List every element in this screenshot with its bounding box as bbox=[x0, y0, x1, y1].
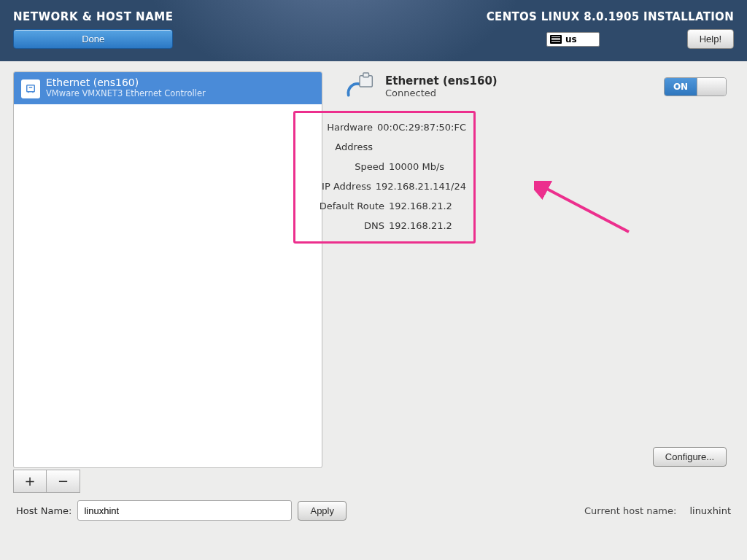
interface-list-item[interactable]: Ethernet (ens160) VMware VMXNET3 Etherne… bbox=[14, 72, 322, 104]
info-row-ip: IP Address 192.168.21.141/24 bbox=[303, 176, 466, 196]
interface-item-name: Ethernet (ens160) bbox=[46, 77, 206, 88]
info-row-route: Default Route 192.168.21.2 bbox=[303, 196, 466, 216]
apply-hostname-button[interactable]: Apply bbox=[298, 501, 347, 521]
interface-list-panel: Ethernet (ens160) VMware VMXNET3 Etherne… bbox=[13, 71, 322, 493]
interface-item-desc: VMware VMXNET3 Ethernet Controller bbox=[46, 88, 206, 98]
interface-on-off-toggle[interactable]: ON bbox=[664, 77, 727, 96]
annotation-arrow-icon bbox=[534, 181, 643, 246]
current-hostname-label: Current host name: bbox=[584, 505, 676, 516]
keyboard-icon bbox=[550, 35, 562, 44]
toggle-on-label: ON bbox=[665, 78, 697, 96]
keyboard-layout-label: us bbox=[565, 34, 577, 44]
toggle-knob bbox=[697, 78, 727, 96]
configure-button[interactable]: Configure... bbox=[653, 447, 727, 467]
keyboard-layout-indicator[interactable]: us bbox=[546, 32, 600, 47]
svg-line-3 bbox=[543, 187, 629, 232]
interface-listbox[interactable]: Ethernet (ens160) VMware VMXNET3 Etherne… bbox=[13, 71, 322, 468]
current-hostname-value: linuxhint bbox=[689, 505, 731, 516]
info-row-speed: Speed 10000 Mb/s bbox=[303, 157, 466, 176]
install-title: CENTOS LINUX 8.0.1905 INSTALLATION bbox=[487, 10, 734, 23]
info-row-dns: DNS 192.168.21.2 bbox=[303, 216, 466, 236]
help-button[interactable]: Help! bbox=[687, 29, 734, 49]
hostname-footer: Host Name: Apply Current host name: linu… bbox=[0, 493, 747, 521]
remove-interface-button[interactable]: − bbox=[47, 470, 80, 493]
hostname-input[interactable] bbox=[77, 500, 292, 521]
top-bar: NETWORK & HOST NAME Done CENTOS LINUX 8.… bbox=[0, 0, 747, 61]
ethernet-icon bbox=[21, 79, 40, 98]
svg-rect-2 bbox=[363, 73, 369, 77]
add-interface-button[interactable]: + bbox=[13, 470, 47, 493]
interface-info-box: Hardware Address 00:0C:29:87:50:FC Speed… bbox=[293, 111, 476, 244]
interface-details-panel: Ethernet (ens160) Connected ON Hardware … bbox=[344, 71, 734, 493]
page-title: NETWORK & HOST NAME bbox=[13, 10, 173, 23]
detail-iface-name: Ethernet (ens160) bbox=[385, 74, 498, 88]
info-row-hwaddr: Hardware Address 00:0C:29:87:50:FC bbox=[303, 117, 466, 157]
svg-rect-0 bbox=[27, 85, 35, 92]
detail-iface-status: Connected bbox=[385, 88, 498, 98]
ethernet-plug-icon bbox=[344, 71, 378, 101]
done-button[interactable]: Done bbox=[13, 29, 173, 49]
content-area: Ethernet (ens160) VMware VMXNET3 Etherne… bbox=[0, 61, 747, 493]
hostname-label: Host Name: bbox=[16, 505, 71, 516]
